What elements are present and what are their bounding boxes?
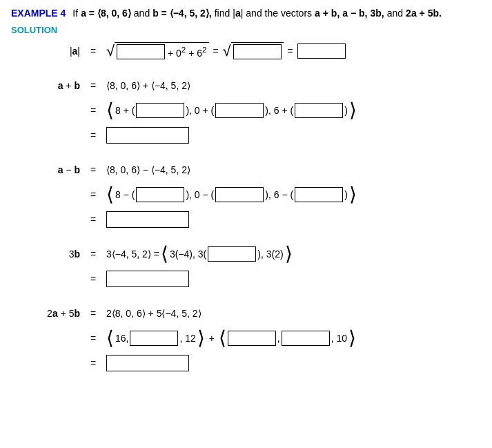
amb-result (106, 211, 189, 228)
3b-input1[interactable] (208, 246, 256, 262)
apb-rangle: ⟩ (349, 101, 357, 120)
apb-langle: ⟨ (106, 101, 114, 120)
amb-input3[interactable] (295, 187, 343, 202)
3b-text1: 3⟨−4, 5, 2⟩ = (106, 249, 159, 260)
2a5b-eq2: = (83, 333, 104, 344)
amb-close: ) (344, 189, 348, 200)
2a5b-row1: 2a + 5b = 2⟨8, 0, 6⟩ + 5⟨−4, 5, 2⟩ (25, 303, 481, 324)
abs-a-input-2[interactable] (233, 44, 282, 59)
abs-a-input-3[interactable] (297, 43, 346, 59)
2a5b-langle1: ⟨ (106, 329, 114, 348)
header-b-def: b = ⟨−4, 5, 2⟩, (152, 6, 212, 21)
example-label: EXAMPLE 4 (11, 6, 66, 21)
apb-content2: ⟨ 8 + ( ), 0 + ( ), 6 + ( ) ⟩ (106, 101, 357, 120)
amb-eq: = (83, 164, 104, 175)
2a5b-12: , 12 (179, 333, 195, 344)
apb-eq3: = (83, 130, 104, 141)
sqrt-symbol-1: √ (106, 43, 115, 59)
3b-content1: 3⟨−4, 5, 2⟩ = ⟨ 3(−4), 3( ), 3(2) ⟩ (106, 244, 293, 264)
3b-3-4: 3(−4), 3( (170, 249, 206, 260)
apb-row3: = (25, 125, 481, 146)
3b-3-2: ), 3(2) (257, 249, 283, 260)
2a5b-langle2: ⟨ (219, 329, 226, 348)
apb-6plus: ), 6 + ( (265, 105, 293, 116)
2a5b-row3: = (25, 353, 481, 373)
amb-langle: ⟨ (106, 185, 114, 204)
apb-label: a + b (25, 80, 80, 91)
abs-a-label: |a| (25, 46, 80, 57)
header-find: find (215, 6, 230, 21)
2a5b-text1: 2⟨8, 0, 6⟩ + 5⟨−4, 5, 2⟩ (106, 308, 201, 319)
2a5b-10: , 10 (331, 333, 347, 344)
apb-input3[interactable] (295, 103, 343, 118)
abs-a-content: √ + 02 + 62 = √ = (106, 42, 346, 60)
amb-row2: = ⟨ 8 − ( ), 0 − ( ), 6 − ( ) ⟩ (25, 184, 481, 205)
amb-row1: a − b = ⟨8, 0, 6⟩ − ⟨−4, 5, 2⟩ (25, 159, 481, 180)
abs-a-eq2: = (210, 46, 222, 57)
2a5b-16: 16, (115, 333, 128, 344)
abs-a-eq: = (83, 46, 104, 57)
amb-0minus: ), 0 − ( (186, 189, 214, 200)
solution-label: SOLUTION (11, 25, 481, 35)
apb-content1: ⟨8, 0, 6⟩ + ⟨−4, 5, 2⟩ (106, 80, 190, 91)
3b-langle: ⟨ (161, 244, 168, 264)
2a5b-content2: ⟨ 16, , 12 ⟩ + ⟨ , , 10 ⟩ (106, 329, 356, 348)
apb-close: ) (344, 105, 348, 116)
2a5b-rangle2: ⟩ (348, 329, 356, 348)
3b-row1: 3b = 3⟨−4, 5, 2⟩ = ⟨ 3(−4), 3( ), 3(2) ⟩ (25, 244, 481, 264)
apb-input2[interactable] (215, 103, 264, 118)
header-and2: and (387, 6, 403, 21)
amb-text1: ⟨8, 0, 6⟩ − ⟨−4, 5, 2⟩ (106, 164, 190, 175)
3b-rangle: ⟩ (285, 244, 293, 264)
2a5b-content1: 2⟨8, 0, 6⟩ + 5⟨−4, 5, 2⟩ (106, 308, 201, 319)
2a5b-input3[interactable] (282, 331, 330, 346)
2a5b-input2[interactable] (228, 331, 276, 346)
header-and1: and (134, 6, 150, 21)
header-apb: a + b, (315, 6, 340, 21)
amb-6minus: ), 6 − ( (265, 189, 293, 200)
sqrt-symbol-2: √ (223, 43, 231, 59)
2a5b-eq3: = (83, 358, 104, 369)
apb-0plus: ), 0 + ( (186, 105, 214, 116)
amb-content1: ⟨8, 0, 6⟩ − ⟨−4, 5, 2⟩ (106, 164, 190, 175)
apb-row2: = ⟨ 8 + ( ), 0 + ( ), 6 + ( ) ⟩ (25, 100, 481, 121)
apb-8plus: 8 + ( (115, 105, 135, 116)
amb-row3: = (25, 209, 481, 230)
amb-eq2: = (83, 189, 104, 200)
amb-8minus: 8 − ( (115, 189, 135, 200)
math-block: |a| = √ + 02 + 62 = √ = a + b = ⟨8, 0, 6… (25, 41, 481, 373)
3b-row2: = (25, 269, 481, 289)
header-2a5b: 2a + 5b. (406, 6, 442, 21)
3b-eq2: = (83, 273, 104, 284)
header-abs-a: |a| (233, 6, 243, 21)
amb-input2[interactable] (215, 187, 264, 202)
header-amb: a − b, (342, 6, 367, 21)
2a5b-comma: , (277, 333, 280, 344)
3b-result-input[interactable] (106, 271, 189, 287)
apb-eq2: = (83, 105, 104, 116)
header-intro: If (72, 6, 78, 21)
apb-input1[interactable] (136, 103, 184, 118)
apb-text1: ⟨8, 0, 6⟩ + ⟨−4, 5, 2⟩ (106, 80, 190, 91)
amb-input1[interactable] (136, 187, 184, 202)
2a5b-label: 2a + 5b (25, 308, 80, 319)
3b-eq: = (83, 249, 104, 260)
2a5b-plus: + (206, 333, 217, 344)
2a5b-input1[interactable] (130, 331, 178, 346)
amb-result-input[interactable] (106, 211, 189, 228)
3b-label: 3b (25, 249, 80, 260)
2a5b-row2: = ⟨ 16, , 12 ⟩ + ⟨ , , 10 ⟩ (25, 328, 481, 349)
amb-eq3: = (83, 214, 104, 225)
header-3b: 3b, (371, 6, 384, 21)
apb-eq: = (83, 80, 104, 91)
sqrt-content-1: + 02 + 62 (115, 42, 208, 60)
header-a-def: a = ⟨8, 0, 6⟩ (81, 6, 131, 21)
apb-result-input[interactable] (106, 127, 189, 144)
2a5b-result-input[interactable] (106, 355, 189, 371)
apb-result (106, 127, 189, 144)
abs-a-input-1[interactable] (117, 44, 165, 59)
amb-content2: ⟨ 8 − ( ), 0 − ( ), 6 − ( ) ⟩ (106, 185, 357, 204)
abs-a-row: |a| = √ + 02 + 62 = √ = (25, 41, 481, 61)
amb-rangle: ⟩ (349, 185, 357, 204)
2a5b-eq: = (83, 308, 104, 319)
